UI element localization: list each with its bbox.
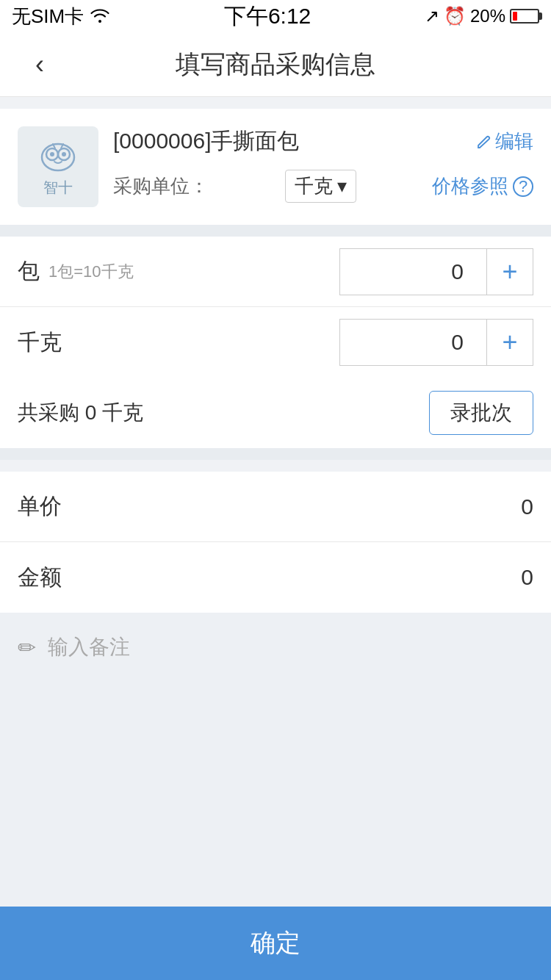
summary-text: 共采购 0 千克	[18, 399, 143, 427]
product-card: 智十 [0000006]手撕面包 编辑 采购单位： 千克 ▾ 价格参照 ?	[0, 109, 551, 225]
summary-suffix: 千克	[102, 401, 143, 424]
carrier-text: 无SIM卡	[12, 4, 84, 29]
confirm-label: 确定	[251, 926, 300, 960]
bag-quantity-input[interactable]	[339, 248, 486, 295]
kg-quantity-input[interactable]	[339, 319, 486, 366]
summary-quantity: 0	[85, 401, 97, 424]
price-label: 单价	[18, 491, 62, 522]
info-section: 单价 0 金额 0	[0, 472, 551, 613]
summary-row: 共采购 0 千克 录批次	[0, 378, 551, 448]
chevron-down-icon: ▾	[337, 175, 347, 198]
page-title: 填写商品采购信息	[176, 48, 375, 82]
batch-button[interactable]: 录批次	[429, 391, 533, 435]
kg-plus-button[interactable]: +	[486, 319, 533, 366]
help-icon: ?	[513, 176, 533, 197]
pencil-icon: ✏	[18, 635, 36, 660]
price-value: 0	[521, 494, 533, 519]
battery-percent: 20%	[470, 6, 505, 26]
confirm-button[interactable]: 确定	[0, 907, 551, 980]
unit-value: 千克	[295, 173, 333, 199]
product-name: [0000006]手撕面包	[113, 126, 299, 156]
price-row: 单价 0	[0, 472, 551, 542]
kg-quantity-row: 千克 +	[0, 307, 551, 378]
remark-placeholder: 输入备注	[48, 633, 130, 661]
svg-point-4	[62, 152, 66, 156]
product-info: [0000006]手撕面包 编辑 采购单位： 千克 ▾ 价格参照 ?	[113, 126, 533, 203]
remark-section[interactable]: ✏ 输入备注	[0, 613, 551, 682]
status-left: 无SIM卡	[12, 4, 110, 29]
logo-text: 智十	[36, 178, 80, 198]
status-time: 下午6:12	[224, 1, 311, 32]
location-icon: ↗	[425, 6, 439, 26]
amount-row: 金额 0	[0, 542, 551, 613]
bag-sub-label: 1包=10千克	[48, 261, 134, 283]
divider-1	[0, 225, 551, 237]
price-ref-label: 价格参照	[432, 173, 508, 199]
amount-value: 0	[521, 565, 533, 590]
unit-select[interactable]: 千克 ▾	[285, 170, 356, 203]
product-thumbnail: 智十	[18, 126, 98, 207]
amount-label: 金额	[18, 563, 62, 593]
price-ref-button[interactable]: 价格参照 ?	[432, 173, 533, 199]
bag-label: 包 1包=10千克	[18, 256, 134, 287]
status-right: ↗ ⏰ 20%	[425, 6, 539, 26]
product-logo	[36, 137, 80, 178]
kg-input-group: +	[339, 319, 533, 366]
kg-label: 千克	[18, 328, 62, 358]
unit-label: 采购单位：	[113, 173, 209, 199]
svg-point-3	[50, 152, 54, 156]
status-bar: 无SIM卡 下午6:12 ↗ ⏰ 20%	[0, 0, 551, 32]
bag-input-group: +	[339, 248, 533, 295]
edit-label: 编辑	[495, 129, 533, 154]
quantity-form-section: 包 1包=10千克 + 千克 +	[0, 237, 551, 378]
battery-icon	[510, 9, 539, 24]
divider-2	[0, 448, 551, 460]
edit-button[interactable]: 编辑	[476, 129, 533, 154]
back-button[interactable]: ‹	[18, 43, 62, 87]
nav-bar: ‹ 填写商品采购信息	[0, 32, 551, 97]
wifi-icon	[90, 5, 110, 28]
summary-prefix: 共采购	[18, 401, 79, 424]
content-filler	[0, 682, 551, 932]
bag-quantity-row: 包 1包=10千克 +	[0, 237, 551, 307]
bag-plus-button[interactable]: +	[486, 248, 533, 295]
alarm-icon: ⏰	[444, 6, 466, 26]
